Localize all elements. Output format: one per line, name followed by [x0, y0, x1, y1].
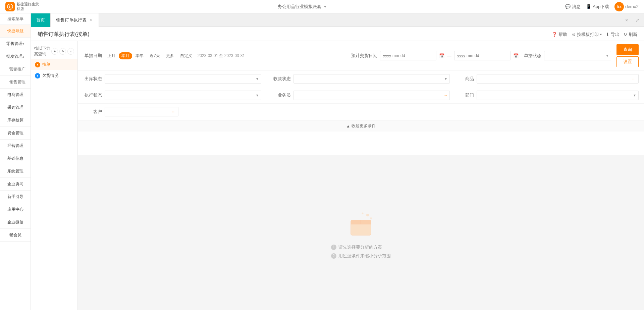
empty-illustration [344, 207, 378, 240]
customer-more-icon[interactable]: ··· [172, 109, 175, 114]
scheme-item-shortage[interactable]: ● 欠货情况 [31, 70, 77, 81]
sidebar-item-retail[interactable]: 零售管理▾ [0, 38, 31, 50]
message-btn[interactable]: 💬 消息 [565, 4, 581, 10]
action-buttons: 查询 设置 [616, 44, 639, 67]
edit-scheme-btn[interactable]: ✎ [59, 48, 66, 55]
sidebar-item-inventory[interactable]: 库存核算 [0, 114, 31, 127]
sidebar-item-cooperation[interactable]: 企业协同 [0, 178, 31, 191]
receive-chevron: ▾ [445, 76, 447, 81]
app-title-arrow[interactable]: ▾ [324, 4, 326, 9]
date-tab-more[interactable]: 更多 [163, 52, 177, 59]
sidebar-item-marketing[interactable]: 营销推广 [0, 63, 31, 76]
help-action[interactable]: ❓ 帮助 [552, 32, 567, 38]
dept-label: 部门 [461, 92, 474, 98]
sidebar-item-system[interactable]: 系统管理 [0, 165, 31, 178]
logo-icon: 好 [5, 2, 15, 11]
sidebar-item-wechat[interactable]: 企业微信 [0, 216, 31, 229]
work-area: 按以下方案查询 + ✎ « ● 按单 ● 欠货情况 [31, 41, 644, 310]
search-menu-item[interactable]: 搜索菜单 [0, 13, 31, 25]
salesman-label: 业务员 [272, 92, 291, 98]
date-tab-this-month[interactable]: 本月 [119, 52, 132, 59]
tab-bar: 首页 销售订单执行表 × × ⤢ [31, 13, 644, 27]
quick-nav-item[interactable]: 快捷导航 [0, 25, 31, 38]
tab-close-icon[interactable]: × [89, 18, 93, 22]
logo-area: 好 畅捷通好生意 标版 [5, 2, 39, 11]
date-tab-last-month[interactable]: 上月 [105, 52, 118, 59]
export-action[interactable]: ⬇ 导出 [606, 32, 620, 38]
sidebar-item-member[interactable]: 畅会员 [0, 229, 31, 242]
query-button[interactable]: 查询 [616, 44, 639, 55]
collapse-row: ▲ 收起更多条件 [78, 120, 644, 132]
sidebar-item-basic[interactable]: 基础信息 [0, 152, 31, 165]
calendar-end-icon[interactable]: 📅 [513, 53, 519, 58]
date-tab-this-year[interactable]: 本年 [133, 52, 146, 59]
calendar-start-icon[interactable]: 📅 [439, 53, 444, 58]
main-layout: 搜索菜单 快捷导航 零售管理▾ 批发管理▴ 营销推广 销售管理 电商管理 采购管… [0, 13, 644, 310]
single-status-label: 单据状态 [524, 53, 541, 59]
home-tab-label: 首页 [36, 17, 45, 23]
exec-status-label: 执行状态 [83, 92, 102, 98]
top-bar: 好 畅捷通好生意 标版 办公用品行业模拟账套 ▾ 💬 消息 📱 App下载 Ea… [0, 0, 644, 13]
top-bar-right: 💬 消息 📱 App下载 Ea demo2 [565, 2, 639, 11]
collapse-up-icon: ▲ [346, 124, 350, 128]
print-action[interactable]: 🖨 按模板打印 ▾ [571, 32, 602, 38]
scheme-item-by-order[interactable]: ● 按单 [31, 59, 77, 70]
sidebar-item-wholesale[interactable]: 批发管理▴ [0, 50, 31, 63]
avatar: Ea [614, 2, 624, 11]
filter-row-2: 出库状态 ▾ 收款状态 ▾ [78, 71, 644, 87]
exec-status-cell: 执行状态 ▾ [78, 87, 267, 103]
date-tab-custom[interactable]: 自定义 [177, 52, 195, 59]
dept-chevron: ▾ [634, 93, 636, 98]
page-header: 销售订单执行表(按单) ❓ 帮助 🖨 按模板打印 ▾ ⬇ 导出 [31, 27, 644, 41]
outbound-status-select[interactable]: ▾ [105, 74, 261, 84]
window-close-icon[interactable]: × [623, 16, 631, 24]
export-icon: ⬇ [606, 32, 609, 37]
collapse-panel-btn[interactable]: « [67, 48, 74, 55]
predicted-date-start[interactable] [380, 51, 436, 60]
predicted-date-end[interactable] [454, 51, 511, 60]
goods-select[interactable]: ··· [477, 74, 639, 84]
dept-select[interactable]: ▾ [477, 91, 639, 100]
single-date-label: 单据日期 [83, 53, 102, 59]
single-status-filter: 单据状态 ▾ [524, 51, 611, 60]
refresh-icon: ↻ [624, 32, 627, 37]
sidebar-item-ecommerce[interactable]: 电商管理 [0, 89, 31, 101]
goods-cell: 商品 ··· [455, 71, 644, 87]
receive-status-select[interactable]: ▾ [293, 74, 450, 84]
sidebar-item-sales[interactable]: 销售管理 [0, 76, 31, 89]
predicted-date-label: 预计交货日期 [351, 53, 377, 59]
logo-text: 畅捷通好生意 标版 [17, 2, 39, 11]
date-tab-last-7days[interactable]: 近7天 [147, 52, 163, 59]
goods-more-icon[interactable]: ··· [632, 76, 636, 81]
sidebar-item-purchase[interactable]: 采购管理 [0, 101, 31, 114]
predicted-date-filter: 预计交货日期 📅 — 📅 [351, 51, 519, 60]
tab-home[interactable]: 首页 [31, 13, 51, 27]
empty-state: 1 请先选择要分析的方案 2 用过滤条件来缩小分析范围 [78, 155, 644, 310]
salesman-more-icon[interactable]: ··· [443, 93, 447, 98]
exec-status-select[interactable]: ▾ [105, 91, 261, 100]
settings-button[interactable]: 设置 [616, 56, 639, 67]
app-download-btn[interactable]: 📱 App下载 [586, 4, 609, 10]
empty-tip-2: 2 用过滤条件来缩小分析范围 [331, 253, 391, 259]
customer-select[interactable]: ··· [105, 107, 178, 116]
user-menu[interactable]: Ea demo2 [614, 2, 639, 11]
salesman-select[interactable]: ··· [293, 91, 450, 100]
svg-point-6 [366, 214, 369, 216]
window-expand-icon[interactable]: ⤢ [633, 16, 641, 24]
sidebar-item-apps[interactable]: 应用中心 [0, 203, 31, 216]
single-status-select[interactable]: ▾ [544, 51, 611, 60]
left-panel-actions: + ✎ « [51, 48, 74, 55]
add-scheme-btn[interactable]: + [51, 48, 58, 55]
receive-status-cell: 收款状态 ▾ [267, 71, 455, 87]
print-icon: 🖨 [571, 32, 576, 37]
sidebar-item-operation[interactable]: 经营管理 [0, 140, 31, 152]
outbound-chevron: ▾ [256, 76, 258, 81]
outbound-status-cell: 出库状态 ▾ [78, 71, 267, 87]
sidebar-item-guide[interactable]: 新手引导 [0, 191, 31, 203]
collapse-button[interactable]: ▲ 收起更多条件 [346, 123, 376, 129]
sidebar-item-finance[interactable]: 资金管理 [0, 127, 31, 140]
help-icon: ❓ [552, 32, 557, 37]
print-arrow-icon: ▾ [600, 33, 602, 36]
tab-sales-order[interactable]: 销售订单执行表 × [51, 13, 99, 27]
refresh-action[interactable]: ↻ 刷新 [624, 32, 637, 38]
